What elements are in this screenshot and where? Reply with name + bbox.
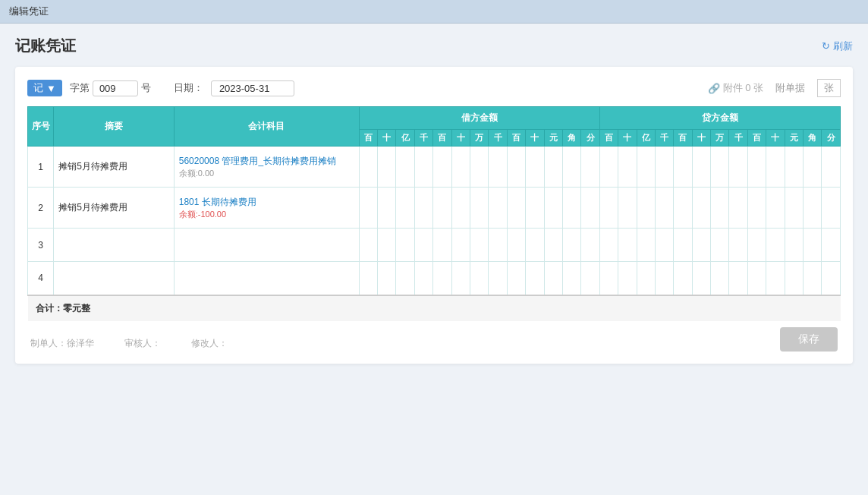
amount-cell-12[interactable] (581, 229, 599, 262)
amount-cell-13[interactable] (599, 262, 618, 295)
amount-cell-2[interactable] (396, 188, 414, 229)
amount-cell-3[interactable] (414, 262, 432, 295)
amount-cell-3[interactable] (414, 188, 432, 229)
amount-cell-24[interactable] (804, 188, 822, 229)
amount-cell-15[interactable] (637, 147, 655, 188)
amount-cell-4[interactable] (433, 147, 451, 188)
amount-cell-16[interactable] (655, 229, 673, 262)
amount-cell-9[interactable] (526, 147, 544, 188)
amount-cell-6[interactable] (470, 229, 489, 262)
amount-cell-21[interactable] (747, 147, 766, 188)
account-cell[interactable]: 1801 长期待摊费用余额:-100.00 (174, 188, 359, 229)
amount-cell-18[interactable] (692, 188, 710, 229)
amount-cell-10[interactable] (544, 147, 562, 188)
amount-cell-8[interactable] (507, 262, 525, 295)
amount-cell-10[interactable] (544, 229, 562, 262)
amount-cell-23[interactable] (785, 188, 803, 229)
amount-cell-19[interactable] (711, 147, 729, 188)
amount-cell-7[interactable] (489, 229, 507, 262)
amount-cell-1[interactable] (378, 229, 396, 262)
account-cell[interactable] (174, 229, 359, 262)
amount-cell-6[interactable] (470, 188, 489, 229)
amount-cell-20[interactable] (729, 262, 747, 295)
date-input[interactable] (211, 80, 294, 96)
account-cell[interactable] (174, 262, 359, 295)
amount-cell-25[interactable] (822, 262, 841, 295)
amount-cell-18[interactable] (692, 262, 710, 295)
amount-cell-4[interactable] (433, 188, 451, 229)
amount-cell-6[interactable] (470, 262, 489, 295)
amount-cell-6[interactable] (470, 147, 489, 188)
amount-cell-13[interactable] (599, 188, 618, 229)
amount-cell-16[interactable] (655, 147, 673, 188)
amount-cell-23[interactable] (785, 262, 803, 295)
amount-cell-15[interactable] (637, 229, 655, 262)
amount-cell-20[interactable] (729, 229, 747, 262)
amount-cell-5[interactable] (451, 188, 470, 229)
amount-cell-16[interactable] (655, 262, 673, 295)
amount-cell-10[interactable] (544, 188, 562, 229)
amount-cell-15[interactable] (637, 188, 655, 229)
amount-cell-19[interactable] (711, 229, 729, 262)
amount-cell-15[interactable] (637, 262, 655, 295)
amount-cell-0[interactable] (359, 229, 377, 262)
amount-cell-8[interactable] (507, 188, 525, 229)
amount-cell-8[interactable] (507, 147, 525, 188)
amount-cell-13[interactable] (599, 147, 618, 188)
amount-cell-10[interactable] (544, 262, 562, 295)
amount-cell-21[interactable] (747, 188, 766, 229)
amount-cell-12[interactable] (581, 147, 599, 188)
amount-cell-16[interactable] (655, 188, 673, 229)
amount-cell-22[interactable] (766, 147, 785, 188)
amount-cell-25[interactable] (822, 188, 841, 229)
amount-cell-4[interactable] (433, 229, 451, 262)
amount-cell-12[interactable] (581, 262, 599, 295)
amount-cell-13[interactable] (599, 229, 618, 262)
amount-cell-5[interactable] (451, 229, 470, 262)
amount-cell-7[interactable] (489, 188, 507, 229)
amount-cell-14[interactable] (618, 147, 637, 188)
amount-cell-22[interactable] (766, 188, 785, 229)
amount-cell-24[interactable] (804, 262, 822, 295)
refresh-button[interactable]: ↻ 刷新 (822, 39, 853, 53)
amount-cell-11[interactable] (562, 147, 580, 188)
amount-cell-11[interactable] (562, 188, 580, 229)
amount-cell-12[interactable] (581, 188, 599, 229)
amount-cell-21[interactable] (747, 262, 766, 295)
amount-cell-19[interactable] (711, 188, 729, 229)
attachment-link[interactable]: 🔗 附件 0 张 (708, 81, 763, 95)
account-cell[interactable]: 56020008 管理费用_长期待摊费用摊销余额:0.00 (174, 147, 359, 188)
zi-di-input[interactable] (93, 80, 138, 96)
summary-cell[interactable]: 摊销5月待摊费用 (54, 188, 175, 229)
summary-cell[interactable]: 摊销5月待摊费用 (54, 147, 175, 188)
amount-cell-1[interactable] (378, 188, 396, 229)
amount-cell-7[interactable] (489, 262, 507, 295)
amount-cell-5[interactable] (451, 262, 470, 295)
amount-cell-9[interactable] (526, 229, 544, 262)
amount-cell-25[interactable] (822, 229, 841, 262)
amount-cell-17[interactable] (674, 188, 692, 229)
amount-cell-23[interactable] (785, 229, 803, 262)
amount-cell-17[interactable] (674, 229, 692, 262)
amount-cell-23[interactable] (785, 147, 803, 188)
amount-cell-20[interactable] (729, 147, 747, 188)
amount-cell-14[interactable] (618, 229, 637, 262)
amount-cell-9[interactable] (526, 262, 544, 295)
amount-cell-8[interactable] (507, 229, 525, 262)
amount-cell-7[interactable] (489, 147, 507, 188)
amount-cell-0[interactable] (359, 262, 377, 295)
amount-cell-24[interactable] (804, 147, 822, 188)
amount-cell-2[interactable] (396, 147, 414, 188)
amount-cell-2[interactable] (396, 262, 414, 295)
amount-cell-18[interactable] (692, 229, 710, 262)
amount-cell-20[interactable] (729, 188, 747, 229)
amount-cell-21[interactable] (747, 229, 766, 262)
amount-cell-17[interactable] (674, 147, 692, 188)
amount-cell-5[interactable] (451, 147, 470, 188)
save-button[interactable]: 保存 (780, 327, 838, 352)
amount-cell-17[interactable] (674, 262, 692, 295)
amount-cell-4[interactable] (433, 262, 451, 295)
amount-cell-0[interactable] (359, 147, 377, 188)
summary-cell[interactable] (54, 229, 175, 262)
amount-cell-11[interactable] (562, 262, 580, 295)
